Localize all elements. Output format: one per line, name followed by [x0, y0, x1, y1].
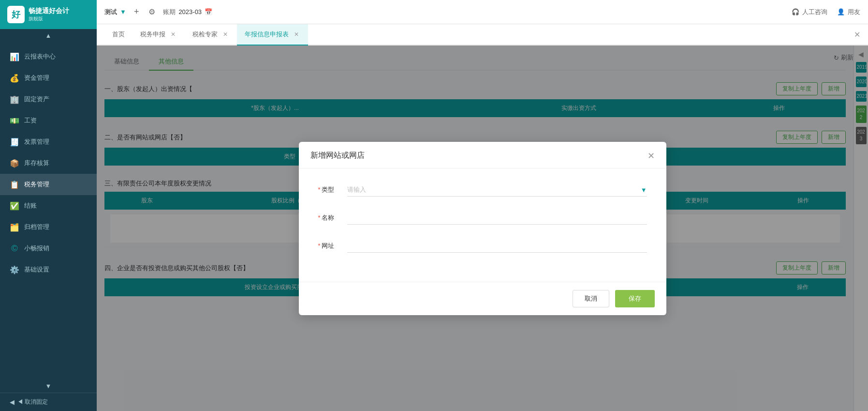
type-input-wrapper: ▼	[347, 183, 647, 197]
form-row-type: *类型 ▼	[318, 183, 647, 197]
tab-tax-report-close[interactable]: ✕	[169, 30, 177, 38]
url-input-wrapper	[347, 239, 647, 253]
modal-title: 新增网站或网店	[310, 151, 365, 161]
inventory-icon: 📦	[10, 158, 19, 168]
sidebar-cancel-fixed[interactable]: ◀ ◀ 取消固定	[0, 393, 97, 411]
checkout-icon: ✅	[10, 201, 19, 211]
company-dropdown-icon: ▼	[120, 8, 126, 15]
sidebar-scroll-up[interactable]: ▲	[0, 29, 97, 42]
tab-tax-report[interactable]: 税务申报 ✕	[132, 24, 185, 46]
tabs-bar: 首页 税务申报 ✕ 税检专家 ✕ 年报信息申报表 ✕ ✕	[97, 24, 868, 46]
modal-header: 新增网站或网店 ✕	[299, 142, 666, 168]
main-content: 测试 ▼ + ⚙ 账期 2023-03 📅 🎧 人工咨询 👤 用友	[97, 0, 868, 411]
settings-icon: ⚙️	[10, 265, 19, 274]
fund-icon: 💰	[10, 73, 19, 83]
sidebar-item-checkout[interactable]: ✅ 结账	[0, 195, 97, 216]
sidebar: 好 畅捷通好会计 旗舰版 ▲ 📊 云报表中心 💰 资金管理 🏢 固定资产 💵	[0, 0, 97, 411]
modal-close-button[interactable]: ✕	[647, 151, 655, 161]
topbar-settings-icon[interactable]: ⚙	[147, 5, 157, 18]
cloud-report-icon: 📊	[10, 52, 19, 61]
topbar: 测试 ▼ + ⚙ 账期 2023-03 📅 🎧 人工咨询 👤 用友	[97, 0, 868, 24]
user-menu[interactable]: 👤 用友	[837, 8, 860, 16]
sidebar-item-fund[interactable]: 💰 资金管理	[0, 67, 97, 89]
form-row-name: *名称	[318, 211, 647, 225]
user-icon: 👤	[837, 8, 845, 15]
cancel-button[interactable]: 取消	[573, 290, 609, 307]
logo-text: 畅捷通好会计 旗舰版	[29, 7, 69, 22]
archive-icon: 🗂️	[10, 222, 19, 232]
report-icon: ©	[10, 244, 19, 253]
modal-add-website: 新增网站或网店 ✕ *类型 ▼	[299, 142, 666, 315]
salary-icon: 💵	[10, 116, 19, 125]
calendar-icon[interactable]: 📅	[205, 8, 212, 15]
period-selector: 账期 2023-03 📅	[163, 8, 212, 16]
sidebar-item-cloud-report[interactable]: 📊 云报表中心	[0, 46, 97, 67]
sidebar-scroll-down[interactable]: ▼	[0, 380, 97, 393]
tab-annual-report-close[interactable]: ✕	[293, 30, 300, 38]
sidebar-item-fixed-assets[interactable]: 🏢 固定资产	[0, 89, 97, 110]
cancel-fixed-icon: ◀	[10, 398, 15, 406]
service-button[interactable]: 🎧 人工咨询	[792, 8, 827, 16]
modal-footer: 取消 保存	[299, 282, 666, 315]
sidebar-nav: 📊 云报表中心 💰 资金管理 🏢 固定资产 💵 工资 🧾 发票管理 📦	[0, 42, 97, 380]
sidebar-item-invoice[interactable]: 🧾 发票管理	[0, 131, 97, 152]
logo-icon: 好	[7, 6, 25, 23]
form-field-type: *类型 ▼	[318, 183, 647, 197]
form-field-url: *网址	[318, 239, 647, 253]
sidebar-item-salary[interactable]: 💵 工资	[0, 110, 97, 131]
form-field-name: *名称	[318, 211, 647, 225]
modal-overlay: 新增网站或网店 ✕ *类型 ▼	[97, 46, 868, 411]
url-label: *网址	[318, 242, 347, 250]
tab-annual-report[interactable]: 年报信息申报表 ✕	[237, 24, 308, 46]
sidebar-item-settings[interactable]: ⚙️ 基础设置	[0, 259, 97, 280]
tax-icon: 📋	[10, 180, 19, 189]
type-dropdown-icon[interactable]: ▼	[641, 186, 647, 193]
name-input[interactable]	[347, 211, 647, 225]
content-area: 基础信息 其他信息 ↻ 刷新 一、股东（发起人）出资情况【 复制上年度	[97, 46, 868, 411]
sidebar-item-report[interactable]: © 小畅报销	[0, 238, 97, 259]
tab-home[interactable]: 首页	[104, 24, 132, 46]
type-input[interactable]	[347, 183, 647, 197]
name-input-wrapper	[347, 211, 647, 225]
modal-body: *类型 ▼ *名	[299, 168, 666, 282]
type-label: *类型	[318, 185, 347, 194]
tab-tax-expert-close[interactable]: ✕	[221, 30, 229, 38]
name-label: *名称	[318, 213, 347, 222]
topbar-right: 🎧 人工咨询 👤 用友	[792, 8, 860, 16]
close-all-tabs-button[interactable]: ✕	[854, 30, 860, 39]
company-name: 测试	[104, 8, 117, 16]
fixed-assets-icon: 🏢	[10, 94, 19, 104]
tab-tax-expert[interactable]: 税检专家 ✕	[185, 24, 237, 46]
headset-icon: 🎧	[792, 8, 799, 15]
url-input[interactable]	[347, 239, 647, 253]
company-selector[interactable]: 测试 ▼	[104, 8, 126, 16]
invoice-icon: 🧾	[10, 137, 19, 147]
sidebar-item-tax[interactable]: 📋 税务管理	[0, 174, 97, 195]
add-company-button[interactable]: +	[132, 5, 141, 19]
sidebar-item-archive[interactable]: 🗂️ 归档管理	[0, 216, 97, 238]
form-row-url: *网址	[318, 239, 647, 253]
sidebar-logo: 好 畅捷通好会计 旗舰版	[0, 0, 97, 29]
sidebar-item-inventory[interactable]: 📦 库存核算	[0, 152, 97, 174]
save-button[interactable]: 保存	[615, 290, 655, 307]
